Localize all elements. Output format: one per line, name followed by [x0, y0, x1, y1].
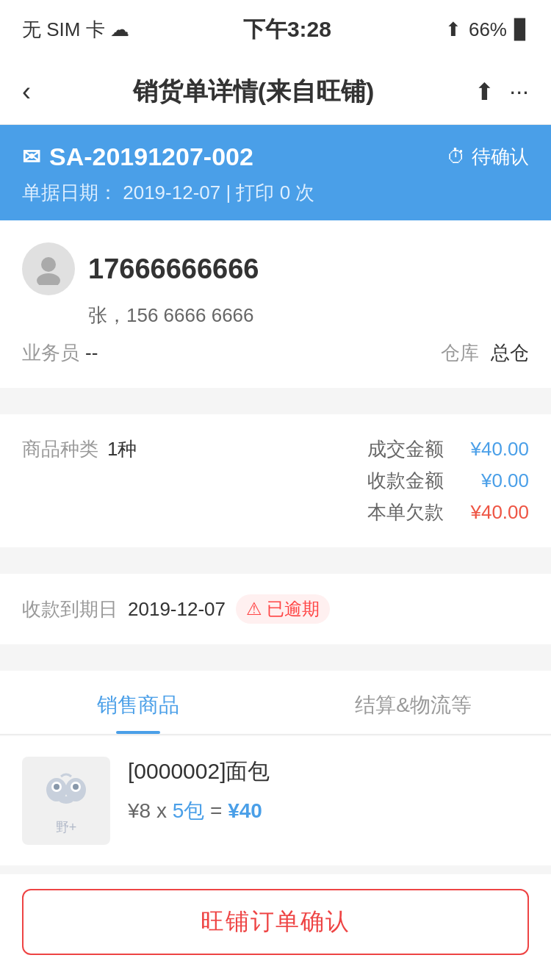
customer-info-card: 17666666666 张，156 6666 6666 业务员 -- 仓库 总仓: [0, 220, 551, 388]
tab-settlement-logistics[interactable]: 结算&物流等: [276, 671, 551, 734]
separator-2: [0, 561, 551, 574]
status-clock-icon: ⏱: [447, 145, 466, 168]
overdue-icon: ⚠: [246, 599, 262, 619]
due-date-label: 收款到期日: [22, 597, 118, 622]
thumb-label: 野+: [40, 818, 92, 836]
svg-point-6: [54, 784, 60, 790]
product-type-label: 商品种类: [22, 436, 98, 462]
order-id-text: SA-20191207-002: [49, 143, 253, 171]
product-qty: 5包: [173, 799, 205, 822]
customer-row: 17666666666: [22, 242, 529, 295]
product-details: [0000002]面包 ¥8 x 5包 = ¥40: [128, 757, 529, 825]
svg-point-1: [37, 273, 60, 285]
status-text: 待确认: [472, 144, 529, 170]
tabs-bar: 销售商品 结算&物流等: [0, 671, 551, 735]
product-name: [0000002]面包: [128, 757, 529, 787]
date-label: 单据日期：: [22, 181, 118, 203]
warehouse-value: 总仓: [491, 340, 529, 366]
bottom-bar: 旺铺订单确认: [0, 874, 551, 980]
order-date: 2019-12-07: [123, 181, 220, 203]
customer-name: 张，156 6666 6666: [88, 303, 529, 328]
due-date-card: 收款到期日 2019-12-07 ⚠ 已逾期: [0, 574, 551, 644]
svg-point-7: [73, 784, 79, 790]
sales-label: 业务员: [22, 340, 79, 366]
due-date-value: 2019-12-07: [128, 598, 226, 621]
sim-status: 无 SIM 卡 ☁: [22, 17, 129, 43]
received-row: 收款金额 ¥0.00: [367, 468, 529, 494]
product-type-value: 1种: [107, 436, 137, 462]
share-icon[interactable]: ⬆: [475, 78, 494, 106]
more-icon[interactable]: ···: [509, 78, 529, 105]
debt-row: 本单欠款 ¥40.00: [367, 500, 529, 525]
order-status: ⏱ 待确认: [447, 144, 529, 170]
summary-card: 商品种类 1种 成交金额 ¥40.00 收款金额 ¥0.00 本单欠款 ¥40.…: [0, 414, 551, 547]
svg-point-8: [59, 796, 73, 804]
separator-1: [0, 401, 551, 414]
product-item: 野+ [0000002]面包 ¥8 x 5包 = ¥40: [0, 736, 551, 865]
amount-row: 成交金额 ¥40.00: [367, 436, 529, 462]
product-type-info: 商品种类 1种: [22, 436, 137, 462]
sales-value: --: [85, 342, 98, 364]
amount-label: 成交金额: [367, 436, 444, 462]
order-date-row: 单据日期： 2019-12-07 | 打印 0 次: [22, 180, 529, 206]
customer-phone: 17666666666: [88, 253, 259, 285]
status-bar: 无 SIM 卡 ☁ 下午3:28 ⬆ 66% ▊: [0, 0, 551, 59]
order-id-row: ✉ SA-20191207-002 ⏱ 待确认: [22, 143, 529, 171]
avatar: [22, 242, 75, 295]
page-title: 销货单详情(来自旺铺): [66, 75, 441, 109]
equals-sign: =: [204, 799, 228, 822]
thumb-inner: 野+: [40, 766, 92, 836]
product-price-row: ¥8 x 5包 = ¥40: [128, 797, 529, 825]
summary-top: 商品种类 1种 成交金额 ¥40.00 收款金额 ¥0.00 本单欠款 ¥40.…: [22, 436, 529, 525]
svg-point-0: [41, 257, 56, 272]
received-value: ¥0.00: [455, 469, 529, 492]
back-button[interactable]: ‹: [22, 76, 66, 107]
battery-icon: ▊: [514, 18, 529, 41]
status-right: ⬆ 66% ▊: [445, 18, 529, 41]
print-info: | 打印 0 次: [226, 181, 314, 203]
overdue-badge: ⚠ 已逾期: [236, 594, 330, 624]
order-id-icon: ✉: [22, 144, 40, 170]
tab-sales-product[interactable]: 销售商品: [0, 671, 276, 734]
product-price: ¥8 x: [128, 799, 173, 822]
debt-label: 本单欠款: [367, 500, 444, 525]
order-banner: ✉ SA-20191207-002 ⏱ 待确认 单据日期： 2019-12-07…: [0, 125, 551, 220]
product-total: ¥40: [228, 799, 262, 822]
status-time: 下午3:28: [243, 15, 331, 45]
status-left: 无 SIM 卡 ☁: [22, 17, 129, 43]
amount-value: ¥40.00: [455, 438, 529, 461]
debt-value: ¥40.00: [455, 501, 529, 524]
customer-extra-row: 业务员 -- 仓库 总仓: [22, 340, 529, 366]
separator-3: [0, 657, 551, 671]
signal-icon: ⬆: [445, 18, 461, 41]
nav-actions: ⬆ ···: [441, 78, 529, 106]
product-thumbnail: 野+: [22, 757, 110, 845]
warehouse-label: 仓库: [441, 340, 479, 366]
battery-level: 66%: [469, 18, 507, 41]
overdue-text: 已逾期: [267, 597, 320, 621]
received-label: 收款金额: [367, 468, 444, 494]
amount-info: 成交金额 ¥40.00 收款金额 ¥0.00 本单欠款 ¥40.00: [367, 436, 529, 525]
order-id: ✉ SA-20191207-002: [22, 143, 253, 171]
nav-bar: ‹ 销货单详情(来自旺铺) ⬆ ···: [0, 59, 551, 125]
confirm-order-button[interactable]: 旺铺订单确认: [22, 889, 529, 955]
